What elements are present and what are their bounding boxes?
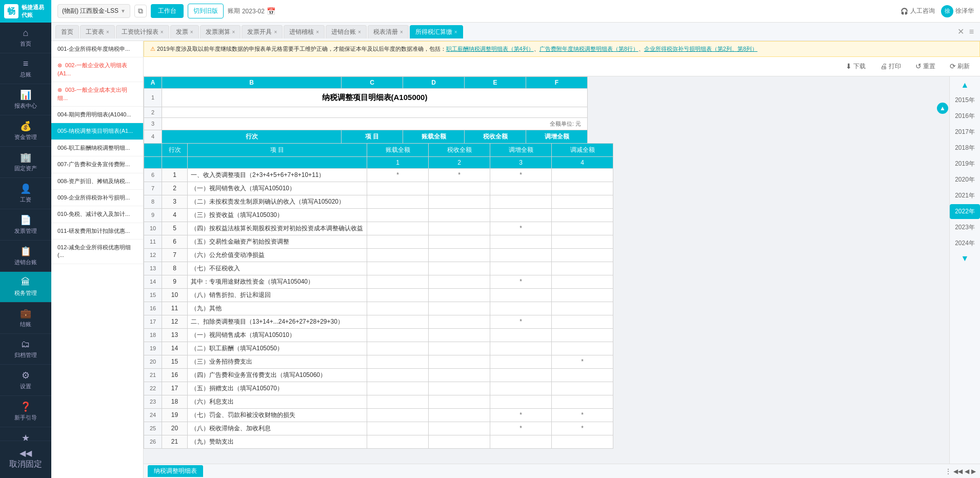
scroll-left-icon[interactable]: ⋮ <box>945 468 951 475</box>
cell-c-9[interactable] <box>367 275 429 288</box>
cell-e-18[interactable] <box>490 395 552 408</box>
sidebar-item-payroll[interactable]: 👤 工资 <box>0 178 51 209</box>
cell-e-9[interactable]: * <box>490 275 552 288</box>
workspace-button[interactable]: 工作台 <box>151 4 184 18</box>
cell-d-13[interactable] <box>429 328 490 342</box>
customer-service[interactable]: 🎧 人工咨询 <box>901 7 935 15</box>
cell-d-17[interactable] <box>429 382 490 395</box>
cell-e-13[interactable] <box>490 328 552 342</box>
table-row[interactable]: 105（四）按权益法核算长期股权投资对初始投资成本调整确认收益* <box>144 222 613 235</box>
cell-d-1[interactable]: * <box>429 168 490 182</box>
table-row[interactable]: 2217（五）捐赠支出（填写A105070） <box>144 382 613 395</box>
left-panel-item-003[interactable]: ⊗ 003-一般企业成本支出明细... <box>51 82 143 107</box>
table-row[interactable]: 149 其中：专项用途财政性资金（填写A105040）* <box>144 275 613 288</box>
table-row[interactable]: 1914（二）职工薪酬（填写A105050） <box>144 342 613 355</box>
scroll-up-button[interactable]: ▲ <box>937 103 948 114</box>
warning-link-3[interactable]: 企业所得税弥补亏损明细表（第2列、第8列） <box>644 46 757 52</box>
cell-f-19[interactable]: * <box>552 408 613 422</box>
year-nav-down-button[interactable]: ▼ <box>959 252 971 265</box>
cell-e-19[interactable]: * <box>490 408 552 422</box>
sidebar-item-finance[interactable]: 💰 资金管理 <box>0 115 51 147</box>
cell-e-17[interactable] <box>490 382 552 395</box>
print-button[interactable]: 🖨 打印 <box>876 60 905 73</box>
table-row[interactable]: 2520（八）税收滞纳金、加收利息** <box>144 422 613 435</box>
sidebar-item-home[interactable]: ⌂ 首页 <box>0 23 51 53</box>
tab-sales-check-close-icon[interactable]: × <box>316 29 319 35</box>
sidebar-item-assets[interactable]: 🏢 固定资产 <box>0 147 51 178</box>
cell-d-7[interactable] <box>429 248 490 262</box>
left-panel-item-008[interactable]: 008-资产折旧、摊销及纳税... <box>51 173 143 190</box>
table-row[interactable]: 1813（一）视同销售成本（填写A105010） <box>144 328 613 342</box>
left-panel-item-001[interactable]: 001-企业所得税年度纳税申... <box>51 41 143 57</box>
cell-c-5[interactable] <box>367 222 429 235</box>
sidebar-item-purchases[interactable]: 📋 进销台账 <box>0 241 51 272</box>
table-row[interactable]: 138（七）不征税收入 <box>144 262 613 275</box>
sidebar-item-reports[interactable]: 📊 报表中心 <box>0 84 51 115</box>
tab-invoice-calc[interactable]: 发票测算 × <box>200 25 241 38</box>
table-row[interactable]: 2621（九）赞助支出 <box>144 435 613 448</box>
cell-e-10[interactable] <box>490 288 552 302</box>
cell-f-21[interactable] <box>552 435 613 448</box>
scroll-leftmost-icon[interactable]: ◀◀ <box>953 468 963 475</box>
sidebar-item-guide[interactable]: ❓ 新手引导 <box>0 396 51 427</box>
year-item-2021[interactable]: 2021年 <box>950 188 980 203</box>
cell-e-14[interactable] <box>490 342 552 355</box>
sidebar-footer[interactable]: ◀◀ 取消固定 <box>0 441 51 478</box>
cell-c-20[interactable] <box>367 422 429 435</box>
cell-f-17[interactable] <box>552 382 613 395</box>
sidebar-item-archive[interactable]: 🗂 归档管理 <box>0 334 51 365</box>
cell-e-4[interactable] <box>490 208 552 222</box>
cell-e-15[interactable] <box>490 355 552 368</box>
user-profile[interactable]: 徐 徐泽华 <box>941 5 974 17</box>
tab-payroll-stats[interactable]: 工资统计报表 × <box>116 25 169 38</box>
year-item-2019[interactable]: 2019年 <box>950 156 980 171</box>
table-row[interactable]: 1712二、扣除类调整项目（13+14+...24+26+27+28+29+30… <box>144 315 613 328</box>
left-panel-item-010[interactable]: 010-免税、减计收入及加计... <box>51 206 143 223</box>
cell-d-20[interactable] <box>429 422 490 435</box>
sidebar-item-closing[interactable]: 💼 结账 <box>0 303 51 334</box>
tab-invoice[interactable]: 发票 × <box>170 25 199 38</box>
cell-c-14[interactable] <box>367 342 429 355</box>
sidebar-item-tax[interactable]: 🏛 税务管理 <box>0 272 51 303</box>
bottom-sheet-tab[interactable]: 纳税调整明细表 <box>148 465 203 477</box>
cell-f-12[interactable] <box>552 315 613 328</box>
cell-f-7[interactable] <box>552 248 613 262</box>
year-item-2022[interactable]: 2022年 <box>950 204 980 219</box>
unpin-button[interactable]: ◀◀ 取消固定 <box>4 445 47 474</box>
tab-tax-forms[interactable]: 税表清册 × <box>368 25 409 38</box>
tab-bar-close-all[interactable]: ✕ <box>955 27 966 36</box>
reset-button[interactable]: ↺ 重置 <box>911 60 939 73</box>
cell-d-14[interactable] <box>429 342 490 355</box>
table-row[interactable]: 94（三）投资收益（填写A105030） <box>144 208 613 222</box>
cell-f-3[interactable] <box>552 195 613 208</box>
cell-e-20[interactable]: * <box>490 422 552 435</box>
cell-f-15[interactable]: * <box>552 355 613 368</box>
cell-d-8[interactable] <box>429 262 490 275</box>
cell-c-3[interactable] <box>367 195 429 208</box>
table-row[interactable]: 127（六）公允价值变动净损益 <box>144 248 613 262</box>
cell-d-6[interactable] <box>429 235 490 248</box>
left-panel-item-012[interactable]: 012-减免企业所得税优惠明细(... <box>51 240 143 264</box>
left-panel-item-006[interactable]: 006-职工薪酬纳税调整明细... <box>51 140 143 156</box>
tab-sales-ledger-close-icon[interactable]: × <box>358 29 361 35</box>
cell-c-1[interactable]: * <box>367 168 429 182</box>
cell-e-16[interactable] <box>490 368 552 382</box>
tab-payroll[interactable]: 工资表 × <box>80 25 115 38</box>
refresh-button[interactable]: ⟳ 刷新 <box>946 60 974 73</box>
tab-sales-check[interactable]: 进销稽核 × <box>284 25 325 38</box>
cell-c-7[interactable] <box>367 248 429 262</box>
cell-c-19[interactable] <box>367 408 429 422</box>
cell-d-21[interactable] <box>429 435 490 448</box>
scroll-prev-icon[interactable]: ◀ <box>965 468 969 475</box>
left-panel-item-002[interactable]: ⊗ 002-一般企业收入明细表(A1... <box>51 57 143 82</box>
cell-d-5[interactable] <box>429 222 490 235</box>
cell-f-14[interactable] <box>552 342 613 355</box>
tab-tax-forms-close-icon[interactable]: × <box>400 29 403 35</box>
tab-invoice-calc-close-icon[interactable]: × <box>232 29 235 35</box>
cell-f-5[interactable] <box>552 222 613 235</box>
cell-c-13[interactable] <box>367 328 429 342</box>
cell-f-9[interactable] <box>552 275 613 288</box>
year-item-2020[interactable]: 2020年 <box>950 172 980 187</box>
table-row[interactable]: 1611（九）其他 <box>144 302 613 315</box>
left-panel-item-011[interactable]: 011-研发费用加计扣除优惠... <box>51 223 143 240</box>
